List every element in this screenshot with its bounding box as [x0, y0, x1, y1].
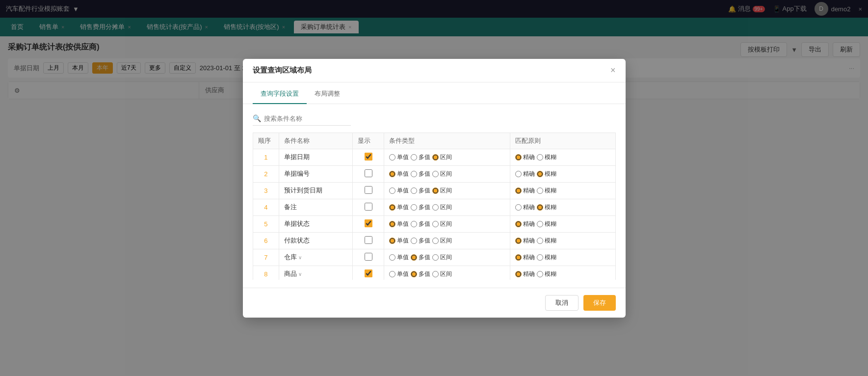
type-label-单值-6[interactable]: 单值	[389, 253, 409, 262]
match-label-精确-0[interactable]: 精确	[515, 153, 535, 161]
match-label-精确-1[interactable]: 精确	[515, 170, 535, 178]
row-name-2: 预计到货日期	[279, 182, 353, 199]
show-checkbox-0[interactable]	[365, 153, 372, 161]
search-input[interactable]	[261, 114, 351, 123]
row-name-1: 单据编号	[279, 165, 353, 182]
row-name-4: 单据状态	[279, 215, 353, 232]
type-label-多值-1[interactable]: 多值	[411, 170, 430, 178]
type-label-区间-4[interactable]: 区间	[432, 220, 452, 228]
modal-footer: 取消 保存	[243, 288, 626, 318]
search-box: 🔍	[253, 112, 351, 126]
match-label-模糊-3[interactable]: 模糊	[537, 203, 556, 212]
row-show-2[interactable]	[352, 182, 384, 199]
type-label-多值-2[interactable]: 多值	[411, 187, 430, 195]
match-label-模糊-6[interactable]: 模糊	[537, 253, 556, 262]
th-show: 显示	[352, 133, 384, 149]
row-match-7[interactable]: 精确模糊	[510, 266, 615, 280]
row-match-2[interactable]: 精确模糊	[510, 182, 615, 199]
modal-backdrop[interactable]: 设置查询区域布局 × 查询字段设置 布局调整 🔍	[0, 0, 868, 376]
row-order-2: 2	[253, 165, 279, 182]
type-label-多值-5[interactable]: 多值	[411, 237, 430, 245]
tab-layout-adjust[interactable]: 布局调整	[307, 84, 348, 104]
type-label-单值-2[interactable]: 单值	[389, 187, 409, 195]
row-match-0[interactable]: 精确模糊	[510, 149, 615, 165]
match-label-模糊-4[interactable]: 模糊	[537, 220, 556, 228]
match-label-精确-2[interactable]: 精确	[515, 187, 535, 195]
show-checkbox-1[interactable]	[365, 169, 372, 177]
type-label-多值-3[interactable]: 多值	[411, 203, 430, 212]
row-show-6[interactable]	[352, 249, 384, 266]
row-order-8: 8	[253, 266, 279, 280]
match-label-模糊-0[interactable]: 模糊	[537, 153, 556, 161]
save-btn[interactable]: 保存	[583, 295, 616, 311]
show-checkbox-2[interactable]	[365, 186, 372, 194]
row-type-0[interactable]: 单值多值区间	[384, 149, 510, 165]
row-type-3[interactable]: 单值多值区间	[384, 199, 510, 215]
match-label-模糊-2[interactable]: 模糊	[537, 187, 556, 195]
page-area: 采购订单统计表(按供应商) 按模板打印 ▼ 导出 刷新 单据日期 上月 本月 本…	[0, 36, 868, 376]
type-label-区间-1[interactable]: 区间	[432, 170, 452, 178]
show-checkbox-7[interactable]	[365, 269, 372, 277]
type-label-单值-1[interactable]: 单值	[389, 170, 409, 178]
row-match-3[interactable]: 精确模糊	[510, 199, 615, 215]
show-checkbox-4[interactable]	[365, 219, 372, 227]
row-type-5[interactable]: 单值多值区间	[384, 232, 510, 249]
modal-title: 设置查询区域布局	[253, 66, 312, 75]
type-label-多值-7[interactable]: 多值	[411, 270, 430, 278]
type-label-区间-2[interactable]: 区间	[432, 187, 452, 195]
row-type-2[interactable]: 单值多值区间	[384, 182, 510, 199]
cancel-btn[interactable]: 取消	[545, 295, 579, 311]
row-match-1[interactable]: 精确模糊	[510, 165, 615, 182]
row-match-5[interactable]: 精确模糊	[510, 232, 615, 249]
row-show-0[interactable]	[352, 149, 384, 165]
modal-close-btn[interactable]: ×	[610, 66, 616, 75]
tab-query-fields[interactable]: 查询字段设置	[253, 84, 307, 104]
type-label-多值-0[interactable]: 多值	[411, 153, 430, 161]
show-checkbox-3[interactable]	[365, 203, 372, 211]
match-label-精确-6[interactable]: 精确	[515, 253, 535, 262]
row-order-4: 4	[253, 199, 279, 215]
row-show-3[interactable]	[352, 199, 384, 215]
row-order-5: 5	[253, 215, 279, 232]
row-name-6: 仓库 ∨	[279, 249, 353, 266]
row-name-7: 商品 ∨	[279, 266, 353, 280]
row-type-6[interactable]: 单值多值区间	[384, 249, 510, 266]
row-show-4[interactable]	[352, 215, 384, 232]
th-name: 条件名称	[279, 133, 353, 149]
config-table: 顺序 条件名称 显示 条件类型 匹配原则 1单据日期单值多值区间精确模糊2单据编…	[253, 133, 616, 280]
type-label-区间-5[interactable]: 区间	[432, 237, 452, 245]
match-label-模糊-1[interactable]: 模糊	[537, 170, 556, 178]
row-match-4[interactable]: 精确模糊	[510, 215, 615, 232]
show-checkbox-5[interactable]	[365, 236, 372, 244]
type-label-单值-3[interactable]: 单值	[389, 203, 409, 212]
type-label-单值-4[interactable]: 单值	[389, 220, 409, 228]
type-label-区间-3[interactable]: 区间	[432, 203, 452, 212]
match-label-精确-5[interactable]: 精确	[515, 237, 535, 245]
row-type-1[interactable]: 单值多值区间	[384, 165, 510, 182]
match-label-模糊-5[interactable]: 模糊	[537, 237, 556, 245]
match-label-精确-3[interactable]: 精确	[515, 203, 535, 212]
modal-dialog: 设置查询区域布局 × 查询字段设置 布局调整 🔍	[243, 59, 626, 318]
type-label-区间-0[interactable]: 区间	[432, 153, 452, 161]
type-label-单值-7[interactable]: 单值	[389, 270, 409, 278]
type-label-多值-6[interactable]: 多值	[411, 253, 430, 262]
match-label-精确-7[interactable]: 精确	[515, 270, 535, 278]
type-label-多值-4[interactable]: 多值	[411, 220, 430, 228]
row-show-1[interactable]	[352, 165, 384, 182]
match-label-精确-4[interactable]: 精确	[515, 220, 535, 228]
row-name-0: 单据日期	[279, 149, 353, 165]
show-checkbox-6[interactable]	[365, 253, 372, 261]
row-show-5[interactable]	[352, 232, 384, 249]
type-label-单值-5[interactable]: 单值	[389, 237, 409, 245]
th-order: 顺序	[253, 133, 279, 149]
type-label-区间-6[interactable]: 区间	[432, 253, 452, 262]
row-type-4[interactable]: 单值多值区间	[384, 215, 510, 232]
type-label-单值-0[interactable]: 单值	[389, 153, 409, 161]
row-match-6[interactable]: 精确模糊	[510, 249, 615, 266]
type-label-区间-7[interactable]: 区间	[432, 270, 452, 278]
row-type-7[interactable]: 单值多值区间	[384, 266, 510, 280]
modal-tabs: 查询字段设置 布局调整	[243, 84, 626, 104]
match-label-模糊-7[interactable]: 模糊	[537, 270, 556, 278]
row-name-3: 备注	[279, 199, 353, 215]
row-show-7[interactable]	[352, 266, 384, 280]
